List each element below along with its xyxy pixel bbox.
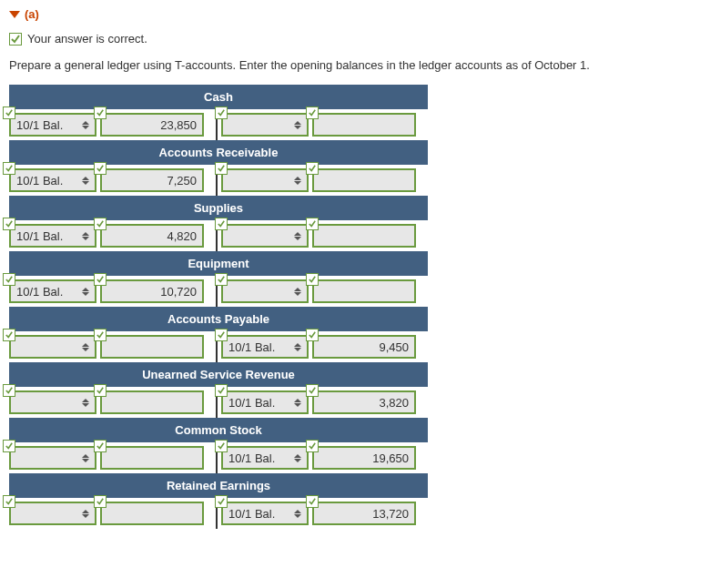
debit-value-field[interactable]: 7,250	[100, 168, 204, 192]
debit-label-field[interactable]: 10/1 Bal.	[9, 168, 96, 192]
spinner-icon[interactable]	[82, 510, 89, 518]
debit-side: 10/1 Bal.7,250	[9, 165, 216, 196]
credit-value-text: 3,820	[320, 396, 409, 410]
debit-value-text: 7,250	[107, 174, 197, 188]
debit-label-field[interactable]	[9, 335, 96, 359]
debit-value-field[interactable]: 23,850	[100, 113, 204, 137]
correct-tick-icon	[94, 106, 106, 119]
credit-label-field[interactable]	[221, 168, 309, 192]
correct-tick-icon	[94, 329, 106, 341]
account-row: 10/1 Bal.7,250	[9, 165, 428, 196]
debit-value-cell	[100, 446, 204, 470]
spinner-icon[interactable]	[82, 399, 89, 407]
credit-label-field[interactable]: 10/1 Bal.	[221, 446, 309, 470]
correct-tick-icon	[215, 162, 228, 175]
correct-tick-icon	[94, 162, 106, 175]
part-header[interactable]: (a)	[9, 7, 701, 21]
debit-label-field[interactable]	[9, 390, 96, 414]
account-header: Accounts Receivable	[9, 140, 428, 165]
correct-tick-icon	[306, 218, 319, 230]
checkmark-icon	[9, 33, 22, 46]
credit-side	[218, 165, 428, 196]
correct-tick-icon	[215, 384, 228, 397]
credit-value-field[interactable]: 19,650	[312, 446, 416, 470]
debit-label-cell: 10/1 Bal.	[9, 168, 96, 192]
spinner-icon[interactable]	[294, 232, 301, 240]
correct-tick-icon	[215, 273, 228, 286]
debit-value-cell: 10,720	[100, 279, 204, 303]
spinner-icon[interactable]	[294, 510, 301, 518]
credit-value-field[interactable]	[312, 224, 416, 248]
correct-tick-icon	[94, 495, 106, 508]
account-header: Common Stock	[9, 418, 428, 442]
credit-label-cell: 10/1 Bal.	[221, 446, 309, 470]
credit-side	[218, 109, 428, 140]
credit-value-cell	[312, 113, 416, 137]
account-row: 10/1 Bal.10,720	[9, 276, 428, 307]
spinner-icon[interactable]	[82, 454, 89, 462]
credit-side	[218, 220, 428, 251]
credit-label-cell: 10/1 Bal.	[221, 390, 309, 414]
credit-label-field[interactable]	[221, 279, 309, 303]
debit-value-text: 4,820	[107, 229, 197, 243]
debit-label-field[interactable]: 10/1 Bal.	[9, 113, 96, 137]
credit-value-field[interactable]: 9,450	[312, 335, 416, 359]
debit-side	[9, 442, 216, 473]
account-header: Cash	[9, 85, 428, 109]
spinner-icon[interactable]	[294, 177, 301, 185]
credit-label-field[interactable]	[221, 113, 309, 137]
debit-value-cell	[100, 390, 204, 414]
credit-value-field[interactable]: 13,720	[312, 502, 416, 525]
debit-label-field[interactable]: 10/1 Bal.	[9, 224, 96, 248]
credit-side: 10/1 Bal.9,450	[218, 331, 428, 362]
debit-value-text: 10,720	[107, 285, 197, 299]
credit-side: 10/1 Bal.19,650	[218, 442, 428, 473]
credit-value-field[interactable]	[312, 279, 416, 303]
spinner-icon[interactable]	[294, 121, 301, 129]
debit-value-field[interactable]	[100, 335, 204, 359]
correct-tick-icon	[3, 384, 15, 397]
credit-label-field[interactable]	[221, 224, 309, 248]
debit-label-field[interactable]	[9, 502, 96, 525]
collapse-triangle-icon	[9, 11, 20, 18]
answer-correct-text: Your answer is correct.	[27, 32, 147, 46]
credit-label-cell	[221, 279, 309, 303]
credit-value-text: 13,720	[320, 507, 409, 521]
correct-tick-icon	[306, 273, 319, 286]
correct-tick-icon	[3, 106, 15, 119]
spinner-icon[interactable]	[294, 399, 301, 407]
correct-tick-icon	[306, 106, 319, 119]
debit-value-field[interactable]	[100, 446, 204, 470]
credit-value-field[interactable]: 3,820	[312, 390, 416, 414]
spinner-icon[interactable]	[294, 288, 301, 296]
correct-tick-icon	[3, 162, 15, 175]
debit-label-field[interactable]: 10/1 Bal.	[9, 279, 96, 303]
credit-value-text: 19,650	[320, 451, 409, 465]
credit-value-field[interactable]	[312, 113, 416, 137]
credit-value-field[interactable]	[312, 168, 416, 192]
debit-value-field[interactable]	[100, 390, 204, 414]
debit-label-cell: 10/1 Bal.	[9, 113, 96, 137]
credit-label-field[interactable]: 10/1 Bal.	[221, 335, 309, 359]
spinner-icon[interactable]	[82, 121, 89, 129]
account-header: Unearned Service Revenue	[9, 362, 428, 387]
spinner-icon[interactable]	[82, 232, 89, 240]
debit-value-field[interactable]: 10,720	[100, 279, 204, 303]
part-label: (a)	[25, 7, 39, 21]
debit-value-field[interactable]	[100, 502, 204, 525]
credit-label-field[interactable]: 10/1 Bal.	[221, 502, 309, 525]
correct-tick-icon	[3, 329, 15, 341]
spinner-icon[interactable]	[82, 177, 89, 185]
spinner-icon[interactable]	[82, 343, 89, 351]
debit-label-cell: 10/1 Bal.	[9, 279, 96, 303]
spinner-icon[interactable]	[82, 288, 89, 296]
correct-tick-icon	[94, 440, 106, 452]
correct-tick-icon	[306, 162, 319, 175]
spinner-icon[interactable]	[294, 454, 301, 462]
spinner-icon[interactable]	[294, 343, 301, 351]
debit-label-field[interactable]	[9, 446, 96, 470]
correct-tick-icon	[3, 495, 15, 508]
debit-value-field[interactable]: 4,820	[100, 224, 204, 248]
ledger-container: Cash10/1 Bal.23,850Accounts Receivable10…	[9, 85, 428, 529]
credit-label-field[interactable]: 10/1 Bal.	[221, 390, 309, 414]
